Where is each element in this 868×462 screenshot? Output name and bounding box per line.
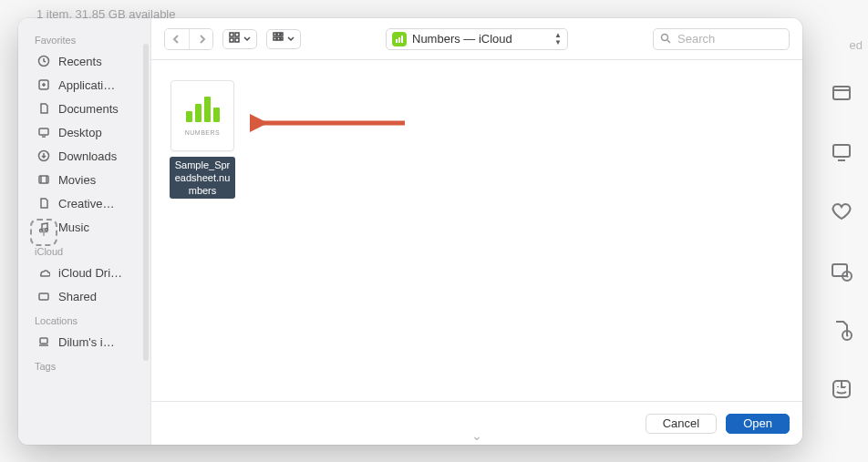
svg-rect-21 <box>281 33 283 36</box>
dialog-toolbar: Numbers — iCloud ▲▼ <box>151 18 802 60</box>
group-icon <box>273 32 284 46</box>
sidebar-item-label: Creative… <box>58 197 114 210</box>
sidebar-item-label: Desktop <box>58 126 102 139</box>
desktop-icon <box>36 126 51 139</box>
sidebar-item-label: Music <box>58 221 89 234</box>
clock-icon <box>36 55 51 67</box>
heart-rail-icon[interactable] <box>831 200 852 225</box>
laptop-icon <box>36 335 51 348</box>
open-dialog: Favorites Recents Applicati… Documents D… <box>18 18 802 445</box>
view-mode-button[interactable] <box>222 29 257 49</box>
sidebar-item-movies[interactable]: Movies <box>33 168 143 191</box>
sidebar-item-shared[interactable]: Shared <box>33 284 143 308</box>
sidebar-item-label: iCloud Dri… <box>58 266 122 280</box>
svg-rect-15 <box>230 33 233 36</box>
sb-heading-icloud: iCloud <box>35 246 143 257</box>
svg-rect-26 <box>398 37 400 43</box>
sidebar-item-label: Recents <box>58 55 102 68</box>
numbers-bars-icon <box>186 97 220 122</box>
svg-rect-27 <box>401 36 403 43</box>
nav-buttons <box>164 28 213 50</box>
file-browser-content[interactable]: NUMBERS Sample_Spreadsheet.numbers <box>151 60 802 401</box>
sidebar-item-applications[interactable]: Applicati… <box>33 73 143 97</box>
svg-rect-0 <box>833 87 850 99</box>
svg-rect-22 <box>274 37 276 40</box>
svg-rect-23 <box>277 37 280 40</box>
chevron-down-icon <box>243 32 251 46</box>
sidebar-item-recents[interactable]: Recents <box>33 49 143 73</box>
sidebar-item-label: Downloads <box>58 149 117 163</box>
svg-rect-14 <box>40 338 47 344</box>
right-rail <box>815 82 868 403</box>
sb-heading-tags: Tags <box>35 361 143 372</box>
dialog-main: Numbers — iCloud ▲▼ NUMBERS Sample_Sprea… <box>151 18 802 445</box>
sidebar-item-documents[interactable]: Documents <box>33 97 143 120</box>
svg-rect-19 <box>274 33 276 36</box>
doc-clock-rail-icon[interactable] <box>831 319 852 344</box>
file-type-caption: NUMBERS <box>185 129 221 136</box>
file-item[interactable]: NUMBERS Sample_Spreadsheet.numbers <box>170 80 235 199</box>
sidebar-item-icloud-drive[interactable]: iCloud Dri… <box>33 261 143 284</box>
display-rail-icon[interactable] <box>831 141 852 166</box>
folder-shared-icon <box>36 290 51 303</box>
annotation-arrow <box>250 109 414 137</box>
forward-button[interactable] <box>189 29 212 49</box>
sidebar-item-label: Movies <box>58 173 96 187</box>
sb-heading-locations: Locations <box>35 315 143 326</box>
doc-icon <box>36 197 51 210</box>
bg-truncated-text: ed <box>850 38 863 52</box>
search-field-wrap <box>653 28 790 50</box>
svg-rect-24 <box>281 37 283 40</box>
svg-rect-20 <box>277 33 280 36</box>
location-dropdown[interactable]: Numbers — iCloud ▲▼ <box>386 28 568 50</box>
file-thumbnail: NUMBERS <box>170 80 234 151</box>
folder-rail-icon[interactable] <box>831 82 852 107</box>
grid-icon <box>229 32 240 46</box>
svg-point-28 <box>662 34 668 40</box>
chevron-down-icon <box>287 32 294 46</box>
cancel-button[interactable]: Cancel <box>646 414 717 434</box>
sidebar-item-creative[interactable]: Creative… <box>33 191 143 215</box>
folder-clock-rail-icon[interactable] <box>831 260 852 284</box>
svg-rect-18 <box>235 38 239 42</box>
svg-rect-17 <box>230 38 233 42</box>
search-icon <box>660 33 671 44</box>
sidebar-item-downloads[interactable]: Downloads <box>33 144 143 168</box>
app-icon <box>36 78 51 91</box>
svg-rect-2 <box>832 264 847 276</box>
numbers-app-icon <box>392 32 407 46</box>
sidebar-item-label: Applicati… <box>58 78 115 92</box>
sidebar-item-label: Dilum's i… <box>58 335 115 349</box>
open-button[interactable]: Open <box>726 414 790 434</box>
group-mode-button[interactable] <box>266 29 301 49</box>
svg-rect-1 <box>833 145 850 157</box>
svg-rect-16 <box>235 33 239 36</box>
back-button[interactable] <box>165 29 189 49</box>
cloud-icon <box>36 266 51 279</box>
sb-heading-favorites: Favorites <box>35 35 143 46</box>
svg-rect-8 <box>39 128 48 135</box>
movie-icon <box>36 173 51 186</box>
search-input[interactable] <box>653 28 790 50</box>
updown-icon: ▲▼ <box>554 32 562 46</box>
svg-rect-25 <box>396 39 398 43</box>
sidebar-item-desktop[interactable]: Desktop <box>33 120 143 144</box>
resize-handle-icon[interactable]: ⌄ <box>471 428 482 443</box>
file-name-label: Sample_Spreadsheet.numbers <box>170 157 235 199</box>
sidebar-item-label: Documents <box>58 102 119 116</box>
location-label: Numbers — iCloud <box>412 32 512 46</box>
svg-rect-13 <box>39 293 48 300</box>
sidebar-item-label: Shared <box>58 290 97 303</box>
sidebar-scrollbar[interactable] <box>143 44 149 361</box>
add-slot[interactable]: + <box>30 219 57 246</box>
sidebar-item-local-machine[interactable]: Dilum's i… <box>33 330 143 354</box>
finder-rail-icon[interactable] <box>831 378 852 403</box>
doc-icon <box>36 102 51 115</box>
dialog-footer: Cancel Open ⌄ <box>151 401 802 445</box>
download-icon <box>36 149 51 162</box>
